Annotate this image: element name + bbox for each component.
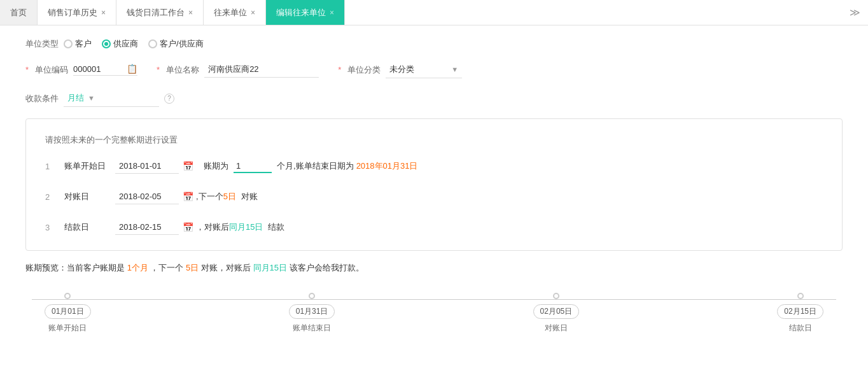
- unit-category-dropdown[interactable]: 未分类 ▼: [386, 61, 462, 78]
- payment-terms-dropdown[interactable]: 月结 ▼: [64, 90, 159, 107]
- unit-code-input[interactable]: [73, 64, 124, 74]
- date-input-3[interactable]: [115, 220, 179, 235]
- expand-button[interactable]: ≫: [842, 0, 868, 25]
- unit-code-label: 单位编码: [35, 64, 68, 76]
- calendar-icon-1[interactable]: 📅: [183, 161, 193, 171]
- radio-customer[interactable]: 客户: [64, 38, 92, 50]
- unit-type-row: 单位类型 客户 供应商 客户/供应商: [25, 38, 843, 50]
- unit-name-input[interactable]: [204, 62, 319, 78]
- unit-code-required-star: *: [25, 65, 29, 74]
- radio-supplier-circle: [102, 39, 111, 48]
- period-suffix-1: 个月,账单结束日期为: [277, 160, 354, 172]
- radio-customer-circle: [64, 39, 73, 48]
- unit-name-group: * 单位名称: [157, 62, 319, 78]
- timeline-date-badge-2: 02月05日: [533, 304, 580, 319]
- timeline-dot-3: [797, 293, 804, 299]
- unit-category-chevron-icon: ▼: [451, 66, 458, 73]
- tab-cash-workbench-close[interactable]: ×: [188, 8, 193, 17]
- timeline-label-0: 账单开始日: [48, 323, 87, 334]
- calendar-icon-2[interactable]: 📅: [183, 192, 193, 202]
- radio-supplier-dot: [104, 42, 108, 46]
- preview-prefix: 账期预览：当前客户账期是: [25, 263, 125, 272]
- preview-middle1: ，下一个: [150, 263, 183, 272]
- tab-edit-partner-close[interactable]: ×: [330, 8, 334, 17]
- timeline-date-badge-3: 02月15日: [777, 304, 823, 319]
- setting-num-3: 3: [45, 223, 64, 232]
- radio-customer-supplier[interactable]: 客户/供应商: [148, 38, 204, 50]
- timeline-label-3: 结款日: [789, 323, 812, 334]
- preview-part2: 5日: [186, 263, 199, 272]
- reconcile-day-highlight: 5日: [223, 191, 236, 202]
- timeline-date-badge-0: 01月01日: [45, 304, 91, 319]
- tab-partner-unit-close[interactable]: ×: [251, 8, 255, 17]
- payment-suffix: 结款: [268, 222, 284, 233]
- setting-row-1: 1 账单开始日 📅 账期为 个月,账单结束日期为 2018年01月31日: [45, 158, 823, 174]
- radio-customer-supplier-label: 客户/供应商: [160, 38, 204, 50]
- unit-name-label: 单位名称: [166, 64, 199, 76]
- radio-supplier[interactable]: 供应商: [102, 38, 138, 50]
- settings-title: 请按照未来的一个完整帐期进行设置: [45, 134, 823, 146]
- unit-info-row: * 单位编码 📋 * 单位名称 * 单位分类 未分类 ▼: [25, 61, 843, 78]
- preview-middle2: 对账，对账后: [201, 263, 251, 272]
- radio-customer-supplier-circle: [148, 39, 157, 48]
- timeline-label-1: 账单结束日: [293, 323, 331, 334]
- date-input-group-2: 📅: [115, 189, 193, 204]
- radio-supplier-label: 供应商: [113, 38, 138, 50]
- tab-cash-workbench-label: 钱货日清工作台: [127, 7, 185, 18]
- timeline-point-3: 02月15日 结款日: [777, 293, 823, 334]
- payment-terms-value: 月结: [67, 92, 84, 104]
- unit-category-group: * 单位分类 未分类 ▼: [338, 61, 462, 78]
- timeline-spacer-2: [335, 299, 533, 300]
- payment-terms-label: 收款条件: [25, 93, 59, 104]
- setting-row-3: 3 结款日 📅 ，对账后 同月15日 结款: [45, 220, 823, 235]
- timeline-container: 01月01日 账单开始日 01月31日 账单结束日 02月05日 对账日 02月…: [25, 293, 843, 334]
- unit-code-input-group: 📋: [73, 64, 137, 76]
- date-input-group-3: 📅: [115, 220, 193, 235]
- date-input-2[interactable]: [115, 189, 179, 204]
- unit-type-group: 单位类型 客户 供应商 客户/供应商: [25, 38, 204, 50]
- payment-terms-group: 收款条件 月结 ▼ ?: [25, 90, 174, 107]
- tab-edit-partner[interactable]: 编辑往来单位 ×: [266, 0, 345, 25]
- setting-row-2: 2 对账日 📅 ,下一个 5日 对账: [45, 189, 823, 204]
- calendar-icon-3[interactable]: 📅: [183, 222, 193, 232]
- timeline-point-2: 02月05日 对账日: [533, 293, 580, 334]
- date-input-group-1: 📅: [115, 158, 193, 174]
- settings-box: 请按照未来的一个完整帐期进行设置 1 账单开始日 📅 账期为 个月,账单结束日期…: [25, 118, 843, 251]
- preview-text: 账期预览：当前客户账期是 1个月 ，下一个 5日 对账，对账后 同月15日 该客…: [25, 262, 843, 274]
- unit-code-copy-icon[interactable]: 📋: [127, 64, 137, 74]
- setting-num-2: 2: [45, 192, 64, 202]
- timeline-spacer-1: [91, 299, 289, 300]
- tab-bar: 首页 销售订单历史 × 钱货日清工作台 × 往来单位 × 编辑往来单位 × ≫: [0, 0, 868, 25]
- main-content: 单位类型 客户 供应商 客户/供应商: [0, 25, 868, 387]
- setting-num-1: 1: [45, 162, 64, 171]
- tab-partner-unit-label: 往来单位: [214, 7, 247, 18]
- unit-category-label: 单位分类: [347, 64, 381, 76]
- tab-home[interactable]: 首页: [0, 0, 38, 25]
- radio-group-unit-type: 客户 供应商 客户/供应商: [64, 38, 204, 50]
- payment-terms-help-icon[interactable]: ?: [164, 94, 174, 104]
- period-input[interactable]: [234, 160, 272, 173]
- unit-category-required-star: *: [338, 65, 341, 74]
- date-input-1[interactable]: [115, 158, 179, 174]
- tab-sales-history[interactable]: 销售订单历史 ×: [38, 0, 116, 25]
- unit-category-value: 未分类: [389, 64, 447, 75]
- tab-cash-workbench[interactable]: 钱货日清工作台 ×: [116, 0, 204, 25]
- payment-day-highlight: 同月15日: [229, 222, 263, 233]
- payment-terms-chevron-icon: ▼: [88, 94, 95, 102]
- payment-terms-row: 收款条件 月结 ▼ ?: [25, 90, 843, 107]
- timeline-point-1: 01月31日 账单结束日: [289, 293, 335, 334]
- end-date-highlight: 2018年01月31日: [356, 160, 418, 172]
- unit-type-label: 单位类型: [25, 38, 59, 50]
- tab-edit-partner-label: 编辑往来单位: [276, 7, 326, 18]
- expand-icon: ≫: [850, 6, 860, 18]
- tab-sales-history-close[interactable]: ×: [101, 8, 106, 17]
- reconcile-prefix: ,下一个: [196, 191, 223, 202]
- tab-partner-unit[interactable]: 往来单位 ×: [204, 0, 266, 25]
- tab-sales-history-label: 销售订单历史: [48, 7, 97, 18]
- timeline-dot-0: [64, 293, 71, 299]
- unit-code-group: * 单位编码 📋: [25, 64, 137, 76]
- timeline-dot-2: [553, 293, 559, 299]
- timeline-dot-1: [309, 293, 315, 299]
- setting-field-label-3: 结款日: [64, 222, 115, 233]
- reconcile-suffix: 对账: [241, 191, 258, 202]
